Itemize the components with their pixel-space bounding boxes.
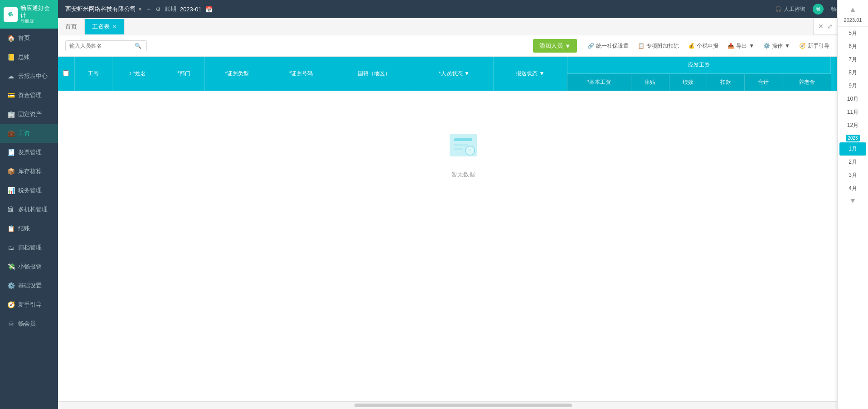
table-header-payable: 应发工资 xyxy=(567,57,830,74)
scroll-bar-wrap xyxy=(58,401,868,409)
tab-bar: 首页 工资表 ✕ xyxy=(58,18,868,35)
tab-close-icon[interactable]: ✕ xyxy=(112,24,117,30)
tab-home[interactable]: 首页 xyxy=(58,19,85,34)
salary-icon: 💼 xyxy=(7,130,15,137)
gear-icon: ⚙ xyxy=(155,6,161,13)
empty-text: 暂无数据 xyxy=(451,170,475,179)
table-header-id-type: *证照类型 xyxy=(205,57,269,91)
special-deduction-button[interactable]: 📋 专项附加扣除 xyxy=(635,40,682,52)
salary-table: 工号 ↕ *姓名 *部门 *证照类型 *证照号码 国籍（地区 xyxy=(58,57,868,215)
sidebar-logo[interactable]: 畅 畅应通好会计 旗舰版 xyxy=(0,0,58,29)
customer-service-button[interactable]: 🎧 人工咨询 xyxy=(775,5,805,13)
date-panel: ▲ 2023.01 5月 6月 7月 8月 9月 10月 11月 12月 202… xyxy=(837,0,868,409)
sidebar-item-archive[interactable]: 🗂归档管理 xyxy=(0,238,58,257)
cloud-icon: ☁ xyxy=(7,73,15,80)
new-guide-button[interactable]: 🧭 新手引导 xyxy=(796,40,832,52)
date-month-4[interactable]: 4月 xyxy=(838,182,868,195)
sidebar-item-inventory[interactable]: 📦库存核算 xyxy=(0,162,58,181)
add-company-button[interactable]: ＋ xyxy=(146,5,152,13)
top-header-left: 西安虾米网络科技有限公司 ▼ ＋ ⚙ 账期 2023-01 📅 xyxy=(65,5,213,13)
app-name: 畅应通好会计 xyxy=(20,5,54,19)
sidebar-item-multi-org[interactable]: 🏛多机构管理 xyxy=(0,200,58,219)
sidebar-item-tax[interactable]: 📊税务管理 xyxy=(0,181,58,200)
date-month-7[interactable]: 7月 xyxy=(838,53,868,66)
sidebar-item-home[interactable]: 🏠首页 xyxy=(0,29,58,48)
date-month-3[interactable]: 3月 xyxy=(838,169,868,182)
sidebar-item-guide[interactable]: 🧭新手引导 xyxy=(0,295,58,314)
sidebar-item-settings[interactable]: ⚙️基础设置 xyxy=(0,276,58,295)
clipboard-icon: 📋 xyxy=(638,43,645,49)
window-close-button[interactable]: ✕ xyxy=(817,22,824,31)
search-icon: 🔍 xyxy=(135,43,141,49)
date-month-5[interactable]: 5月 xyxy=(838,27,868,40)
add-person-button[interactable]: 添加人员 ▼ xyxy=(533,39,577,53)
sidebar-item-ledger[interactable]: 📒总账 xyxy=(0,48,58,67)
table-header-name[interactable]: ↕ *姓名 xyxy=(112,57,163,91)
invoice-icon: 🧾 xyxy=(7,149,15,156)
date-year-badge: 2023 xyxy=(846,135,859,141)
table-header-allowance: 津贴 xyxy=(631,74,669,91)
date-month-10[interactable]: 10月 xyxy=(838,93,868,106)
table-header-base-salary: *基本工资 xyxy=(567,74,631,91)
date-month-2[interactable]: 2月 xyxy=(838,156,868,169)
export-icon: 📤 xyxy=(727,43,734,49)
date-month-12[interactable]: 12月 xyxy=(838,119,868,132)
sidebar-item-cloud-report[interactable]: ☁云报表中心 xyxy=(0,67,58,86)
svg-rect-3 xyxy=(454,148,463,150)
period-label: 账期 xyxy=(165,5,176,13)
sidebar-nav: 🏠首页 📒总账 ☁云报表中心 💳资金管理 🏢固定资产 💼工资 🧾发票管理 📦库存… xyxy=(0,29,58,409)
calendar-icon[interactable]: 📅 xyxy=(205,6,213,13)
settings-icon: ⚙️ xyxy=(7,282,15,289)
sidebar-item-member[interactable]: ♾畅会员 xyxy=(0,314,58,333)
search-wrap[interactable]: 🔍 xyxy=(65,40,147,51)
settings-header-button[interactable]: ⚙ xyxy=(155,6,161,13)
table-header-checkbox[interactable] xyxy=(58,57,74,91)
table-wrap[interactable]: 工号 ↕ *姓名 *部门 *证照类型 *证照号码 国籍（地区 xyxy=(58,57,868,401)
plus-icon: ＋ xyxy=(146,5,152,13)
ledger-icon: 📒 xyxy=(7,54,15,61)
sidebar-item-close[interactable]: 📋结账 xyxy=(0,219,58,238)
table-header-performance: 绩效 xyxy=(669,74,707,91)
tax-report-button[interactable]: 💰 个税申报 xyxy=(685,40,721,52)
search-input[interactable] xyxy=(69,43,133,49)
expense-icon: 💸 xyxy=(7,263,15,270)
company-name: 西安虾米网络科技有限公司 xyxy=(65,5,136,13)
date-month-1[interactable]: 1月 xyxy=(839,142,866,156)
tab-salary[interactable]: 工资表 ✕ xyxy=(85,19,125,34)
sidebar-item-salary[interactable]: 💼工资 xyxy=(0,124,58,143)
date-nav-down[interactable]: ▼ xyxy=(848,195,858,207)
app-edition: 旗舰版 xyxy=(20,19,54,24)
sidebar-item-invoice[interactable]: 🧾发票管理 xyxy=(0,143,58,162)
empty-state: ? 暂无数据 xyxy=(58,91,868,215)
table-header-report-status[interactable]: 报送状态 ▼ xyxy=(493,57,567,91)
multi-org-icon: 🏛 xyxy=(7,206,15,213)
social-insurance-button[interactable]: 🔗 统一社保设置 xyxy=(585,40,631,52)
sidebar-item-finance[interactable]: 💳资金管理 xyxy=(0,86,58,105)
date-month-8[interactable]: 8月 xyxy=(838,66,868,79)
company-selector[interactable]: 西安虾米网络科技有限公司 ▼ xyxy=(65,5,142,13)
empty-state-cell: ? 暂无数据 xyxy=(58,91,868,215)
sidebar-item-expense[interactable]: 💸小畅报销 xyxy=(0,257,58,276)
operation-button[interactable]: ⚙️ 操作 ▼ xyxy=(761,40,793,52)
finance-icon: 💳 xyxy=(7,92,15,99)
logo-icon: 畅 xyxy=(4,7,18,22)
headset-icon: 🎧 xyxy=(775,6,782,12)
table-header-pension: 养老金 xyxy=(782,74,831,91)
table-header-status[interactable]: *人员状态 ▼ xyxy=(415,57,493,91)
date-month-9[interactable]: 9月 xyxy=(838,79,868,93)
sidebar-item-assets[interactable]: 🏢固定资产 xyxy=(0,105,58,124)
date-month-6[interactable]: 6月 xyxy=(838,40,868,53)
date-month-11[interactable]: 11月 xyxy=(838,106,868,119)
table-header-total: 合计 xyxy=(745,74,782,91)
member-icon: ♾ xyxy=(7,320,15,327)
date-nav-up[interactable]: ▲ xyxy=(848,4,858,15)
date-panel-header: 2023.01 xyxy=(838,15,868,27)
export-button[interactable]: 📤 导出 ▼ xyxy=(725,40,757,52)
select-all-checkbox[interactable] xyxy=(63,70,69,76)
window-maximize-button[interactable]: ⤢ xyxy=(826,22,834,31)
table-header-dept: *部门 xyxy=(163,57,205,91)
scroll-bar[interactable] xyxy=(354,404,572,407)
inventory-icon: 📦 xyxy=(7,168,15,175)
tax-icon: 💰 xyxy=(688,43,695,49)
close-period-icon: 📋 xyxy=(7,225,15,232)
